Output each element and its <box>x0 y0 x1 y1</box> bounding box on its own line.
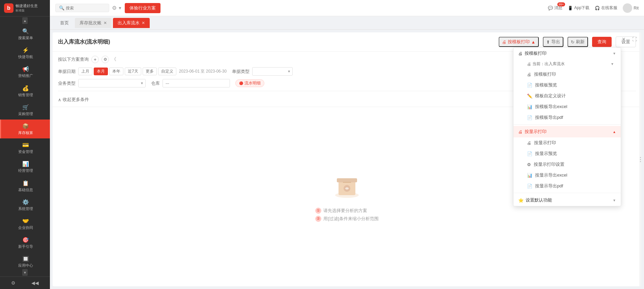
sidebar-item-purchase[interactable]: 🛒 采购管理 <box>0 101 50 120</box>
pdf-icon: 📄 <box>527 115 532 120</box>
display-preview-item[interactable]: 📄 按显示预览 <box>514 148 621 159</box>
sidebar-item-app-center[interactable]: 🔲 应用中心 <box>0 252 50 268</box>
message-badge: 99+ <box>557 2 565 6</box>
filter-date-item: 单据日期 上月 本月 本年 近7天 更多 自定义 2023-06-01 至 20… <box>58 68 227 75</box>
chart-icon: 📊 <box>22 161 29 167</box>
warehouse-dots: ··· <box>166 81 169 86</box>
set-default-section-header[interactable]: ⭐ 设置默认功能 ▼ <box>514 194 621 206</box>
print-template-btn[interactable]: 🖨 按模板打印 ▲ <box>499 37 539 47</box>
doc-type-select[interactable] <box>252 67 293 76</box>
scroll-up-btn[interactable]: ▲ <box>22 17 28 24</box>
chevron-up-icon: ▲ <box>531 40 535 45</box>
page-title: 出入库流水(流水明细) <box>58 38 110 46</box>
close-window-btn[interactable]: ✕ <box>620 35 628 43</box>
app-logo: b 畅捷通好生意 标准版 <box>0 0 50 17</box>
display-print-item[interactable]: 🖨 按显示打印 <box>514 137 621 148</box>
date-last-month-btn[interactable]: 上月 <box>78 68 92 75</box>
template-export-pdf-item[interactable]: 📄 按模板导出pdf <box>514 112 621 123</box>
filter-label: 按以下方案查询 <box>58 56 89 62</box>
sidebar-item-guide[interactable]: 🎯 新手引导 <box>0 233 50 252</box>
empty-tip-1: ① 请先选择要分析的方案 <box>315 208 378 214</box>
app-download-btn[interactable]: 📱 App下载 <box>568 5 589 11</box>
sidebar-item-basic[interactable]: 📋 基础信息 <box>0 177 50 195</box>
date-this-year-btn[interactable]: 本年 <box>109 68 123 75</box>
display-print-settings-item[interactable]: ⚙ 按显示打印设置 <box>514 159 621 170</box>
filter-add-btn[interactable]: + <box>91 56 99 63</box>
page-content: 出入库流水(流水明细) 🖨 按模板打印 ▲ ⬆ 导出 ↻ 刷新 <box>53 32 641 286</box>
collapse-sidebar-btn[interactable]: ◀◀ <box>31 280 39 286</box>
filter-doc-type-item: 单据类型 ▼ <box>232 67 293 76</box>
filter-tag: 🔴 流水明细 <box>235 79 264 87</box>
settings-icon[interactable]: ⚙ <box>112 5 117 11</box>
gear-icon: ⚙️ <box>22 199 29 205</box>
printer-display-sub-icon: 🖨 <box>527 140 531 146</box>
export-btn[interactable]: ⬆ 导出 <box>543 37 563 47</box>
refresh-btn[interactable]: ↻ 刷新 <box>567 37 588 47</box>
message-btn[interactable]: 💬 消息 99+ <box>548 5 562 11</box>
settings-bottom-btn[interactable]: ⚙ <box>11 280 16 286</box>
template-export-excel-item[interactable]: 📊 按模板导出excel <box>514 101 621 112</box>
template-print-item[interactable]: 🖨 按模板打印 <box>514 69 621 80</box>
display-print-section-header[interactable]: 🖨 按显示打印 ▲ <box>514 126 621 137</box>
display-pdf-icon: 📄 <box>527 184 532 189</box>
sidebar-item-operation[interactable]: 📊 经营管理 <box>0 157 50 176</box>
display-export-pdf-item[interactable]: 📄 按显示导出pdf <box>514 181 621 191</box>
query-btn[interactable]: 查询 <box>592 37 612 47</box>
sidebar-item-marketing[interactable]: 📢 营销推广 <box>0 62 50 81</box>
refresh-icon: ↻ <box>571 40 575 45</box>
sidebar-item-inventory[interactable]: 📦 库存核算 <box>0 120 50 138</box>
date-7days-btn[interactable]: 近7天 <box>125 68 141 75</box>
warehouse-label: 仓库 <box>151 80 160 86</box>
tab-close-batch[interactable]: ✕ <box>104 21 107 25</box>
sidebar-item-system[interactable]: ⚙️ 系统管理 <box>0 195 50 214</box>
sidebar-nav: 🔍 搜索菜单 ⚡ 快捷导航 📢 营销推广 💰 销售管理 🛒 采购管理 📦 <box>0 25 50 268</box>
display-print-section-title: 🖨 按显示打印 <box>518 129 547 135</box>
date-more-btn[interactable]: 更多 <box>143 68 157 75</box>
sidebar-item-quick-nav[interactable]: ⚡ 快捷导航 <box>0 44 50 62</box>
search-icon: 🔍 <box>22 28 29 34</box>
template-custom-item[interactable]: ✏️ 模板自定义设计 <box>514 90 621 101</box>
tab-batch-account[interactable]: 库存批次账 ✕ <box>75 18 112 28</box>
chevron-down-icon[interactable]: ▼ <box>118 6 122 10</box>
edit-icon: ✏️ <box>527 94 532 99</box>
tab-flow[interactable]: 出入库流水 ✕ <box>113 18 150 28</box>
display-export-excel-item[interactable]: 📊 按显示导出excel <box>514 170 621 181</box>
tab-bar: 首页 库存批次账 ✕ 出入库流水 ✕ <box>50 16 644 30</box>
filter-warehouse-item: 仓库 ··· <box>151 79 230 87</box>
topbar-search-box[interactable]: 🔍 <box>55 4 109 12</box>
business-type-select[interactable] <box>78 79 146 87</box>
filter-collapse-btn[interactable]: 《 <box>112 56 116 62</box>
empty-tip-2: ② 用[过滤]条件来缩小分析范围 <box>315 216 378 222</box>
main-area: 🔍 ⚙ ▼ 体验行业方案 💬 消息 99+ 📱 App下载 <box>50 0 644 289</box>
filter-setting-btn[interactable]: ⚙ <box>101 56 109 63</box>
headset-icon: 🎧 <box>595 6 600 10</box>
resize-handle[interactable] <box>639 32 641 286</box>
sidebar: b 畅捷通好生意 标准版 ▲ 🔍 搜索菜单 ⚡ 快捷导航 📢 营销推广 💰 销售 <box>0 0 50 289</box>
sidebar-item-sales[interactable]: 💰 销售管理 <box>0 82 50 101</box>
doc-type-label: 单据类型 <box>232 69 250 75</box>
search-input[interactable] <box>66 6 99 10</box>
grid-icon: 🔲 <box>22 256 29 262</box>
topbar-left: 🔍 ⚙ ▼ 体验行业方案 <box>55 3 548 13</box>
online-service-btn[interactable]: 🎧 在线客服 <box>595 5 617 11</box>
business-type-select-wrap: ▼ <box>78 79 146 87</box>
template-print-section-header[interactable]: 🖨 按模板打印 ▼ <box>514 48 621 59</box>
current-template-item[interactable]: 🖨 当前：出入库流水 ▼ <box>514 59 621 69</box>
tab-close-flow[interactable]: ✕ <box>142 21 145 25</box>
empty-illustration <box>330 170 364 204</box>
maximize-window-btn[interactable]: ⛶ <box>631 35 639 43</box>
date-shortcuts: 上月 本月 本年 近7天 更多 自定义 <box>78 68 176 75</box>
industry-solution-btn[interactable]: 体验行业方案 <box>125 3 160 13</box>
sidebar-item-search[interactable]: 🔍 搜索菜单 <box>0 25 50 44</box>
scroll-down-btn[interactable]: ▼ <box>22 269 28 276</box>
tip-number-1: ① <box>315 208 321 214</box>
date-this-month-btn[interactable]: 本月 <box>94 68 108 75</box>
sidebar-item-enterprise[interactable]: 🤝 企业协同 <box>0 214 50 233</box>
warehouse-field[interactable]: ··· <box>163 79 230 87</box>
sidebar-bottom: ⚙ ◀◀ <box>0 277 50 289</box>
sidebar-item-finance[interactable]: 💳 资金管理 <box>0 138 50 157</box>
user-avatar-btn[interactable]: Rit <box>623 3 639 13</box>
tab-home[interactable]: 首页 <box>55 18 74 28</box>
template-preview-item[interactable]: 📄 按模板预览 <box>514 80 621 90</box>
date-custom-btn[interactable]: 自定义 <box>158 68 176 75</box>
